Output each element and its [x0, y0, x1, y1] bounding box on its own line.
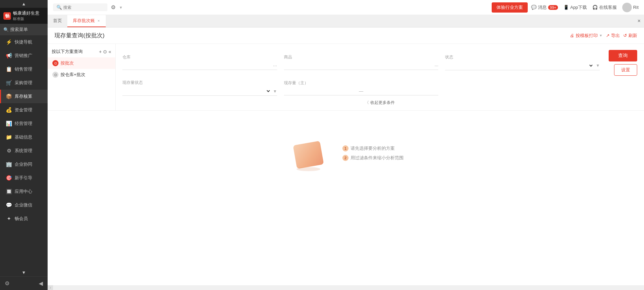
sidebar-item-purchase[interactable]: 🛒 采购管理: [0, 76, 48, 90]
warehouse-input[interactable]: [122, 63, 271, 68]
scheme-icon-red: ⊙: [52, 60, 58, 66]
scheme-panel-actions: + ⊙ «: [99, 49, 111, 54]
add-scheme-icon[interactable]: +: [99, 49, 102, 54]
app-subtitle: 标准版: [13, 16, 39, 21]
sidebar: ▲ 畅 畅康通好生意 标准版 🔍 搜索菜单 ⚡ 快捷导航 📢 营销推广 📋 销售…: [0, 0, 48, 290]
dropdown-arrow-icon: ▼: [119, 5, 123, 10]
purchase-icon: 🛒: [6, 80, 12, 86]
status-arrow-icon: ▼: [596, 63, 600, 68]
scheme-collapse-icon[interactable]: «: [108, 49, 111, 54]
basic-icon: 📁: [6, 134, 12, 140]
inventory-qty-to-input[interactable]: [366, 89, 439, 94]
warehouse-dots-btn[interactable]: ···: [273, 63, 277, 68]
experience-btn[interactable]: 体验行业方案: [492, 2, 528, 13]
collapse-sidebar-icon[interactable]: ◀: [39, 280, 43, 287]
settings-icon[interactable]: ⚙: [5, 280, 10, 287]
product-input-wrap: ···: [284, 61, 439, 70]
guide-icon: 🎯: [6, 175, 12, 181]
collapse-icon: 《: [365, 100, 369, 106]
scheme-item-by-batch[interactable]: ⊙ 按批次: [48, 57, 115, 69]
avatar: [622, 3, 632, 12]
app-download-label: App下载: [570, 4, 587, 11]
export-label: 导出: [611, 33, 620, 39]
collapse-conditions-btn[interactable]: 《 收起更多条件: [365, 100, 395, 106]
template-print-btn[interactable]: 🖨 按模板打印 ▼: [570, 33, 603, 39]
query-btn[interactable]: 查询: [609, 50, 637, 61]
tab-inventory-batch-label: 库存批次账: [73, 18, 95, 24]
inventory-status-select[interactable]: [122, 88, 271, 94]
tab-home[interactable]: 首页: [48, 15, 67, 27]
hint-text-2: 用过滤条件来缩小分析范围: [351, 155, 404, 161]
scheme-item-by-warehouse-batch[interactable]: ⊙ 按仓库+批次: [48, 69, 115, 80]
customer-service-btn[interactable]: 🎧 在线客服: [592, 4, 617, 11]
product-dots-btn[interactable]: ···: [435, 63, 439, 68]
finance-icon: 💰: [6, 107, 12, 113]
inventory-qty-from-input[interactable]: [284, 89, 357, 94]
empty-hint-2: 2 用过滤条件来缩小分析范围: [342, 155, 404, 161]
scheme-settings-icon[interactable]: ⊙: [103, 49, 107, 54]
empty-state: 1 请先选择要分析的方案 2 用过滤条件来缩小分析范围: [48, 111, 644, 199]
empty-box-shadow: [296, 167, 320, 171]
sidebar-search-label: 搜索菜单: [10, 26, 28, 33]
message-icon: 💬: [531, 5, 537, 10]
sidebar-item-label: 应用中心: [15, 188, 32, 195]
sidebar-item-marketing[interactable]: 📢 营销推广: [0, 49, 48, 62]
sidebar-item-operation[interactable]: 📊 经营管理: [0, 117, 48, 130]
phone-icon: 📱: [563, 5, 569, 10]
gear-icon[interactable]: ⚙: [111, 4, 116, 11]
message-btn[interactable]: 💬 消息 99+: [531, 4, 558, 11]
refresh-btn[interactable]: ↺ 刷新: [623, 33, 637, 39]
printer-icon: 🖨: [570, 33, 574, 38]
sidebar-scroll-up[interactable]: ▲: [0, 0, 48, 8]
topbar-search-input[interactable]: [63, 5, 97, 10]
system-icon: ⚙: [6, 148, 12, 154]
scheme-panel-title: 按以下方案查询: [52, 49, 83, 55]
sidebar-item-enterprise[interactable]: 🏢 企业协同: [0, 158, 48, 171]
product-label: 商品: [284, 54, 439, 60]
tab-inventory-batch[interactable]: 库存批次账 ×: [67, 15, 106, 27]
sidebar-item-app-center[interactable]: 🔲 应用中心: [0, 185, 48, 198]
filter-btn-col: 查询 设置: [607, 49, 637, 76]
product-input[interactable]: [284, 63, 433, 68]
range-separator: —: [359, 89, 363, 94]
sidebar-item-guide[interactable]: 🎯 新手引导: [0, 171, 48, 185]
sidebar-scroll-down[interactable]: ▼: [0, 269, 48, 276]
sidebar-item-quick-nav[interactable]: ⚡ 快捷导航: [0, 35, 48, 49]
export-btn[interactable]: ↗ 导出: [606, 33, 620, 39]
empty-hint-list: 1 请先选择要分析的方案 2 用过滤条件来缩小分析范围: [342, 145, 404, 164]
hint-num-1: 1: [342, 145, 349, 151]
tabbar: 首页 库存批次账 × ×: [48, 15, 644, 28]
wechat-icon: 💬: [6, 202, 12, 208]
sidebar-item-label: 营销推广: [15, 53, 32, 59]
filter-group-status: 状态 ▼: [445, 54, 600, 70]
filter-group-inventory-status: 现存量状态 ▼: [122, 80, 277, 96]
sidebar-item-label: 采购管理: [15, 80, 32, 86]
sidebar-item-basic[interactable]: 📁 基础信息: [0, 130, 48, 144]
sidebar-item-wechat[interactable]: 💬 企业微信: [0, 198, 48, 212]
chevron-down-icon: ▼: [22, 270, 26, 275]
sidebar-item-label: 企业协同: [15, 161, 32, 167]
status-select-wrap: ▼: [445, 61, 600, 70]
user-avatar-area[interactable]: Rit: [622, 3, 639, 12]
sidebar-item-member[interactable]: ✦ 畅会员: [0, 212, 48, 225]
topbar-search-area[interactable]: 🔍: [53, 3, 107, 11]
filter-bottom-row: 《 收起更多条件: [122, 100, 637, 106]
filter-group-warehouse: 仓库 ···: [122, 54, 277, 70]
right-panel-toggle[interactable]: ›: [48, 285, 53, 290]
app-download-btn[interactable]: 📱 App下载: [563, 4, 587, 11]
hint-text-1: 请先选择要分析的方案: [351, 145, 395, 151]
sidebar-item-sales[interactable]: 📋 销售管理: [0, 62, 48, 76]
status-select[interactable]: [445, 63, 594, 69]
sidebar-item-finance[interactable]: 💰 资金管理: [0, 103, 48, 117]
sidebar-item-system[interactable]: ⚙ 系统管理: [0, 144, 48, 158]
message-badge: 99+: [548, 5, 558, 10]
hint-num-2: 2: [342, 155, 349, 161]
collapse-label: 收起更多条件: [370, 100, 395, 106]
panel-close-btn[interactable]: ×: [634, 16, 644, 26]
sidebar-search[interactable]: 🔍 搜索菜单: [0, 24, 48, 35]
sidebar-footer: ⚙ ◀: [0, 276, 48, 290]
inventory-status-label: 现存量状态: [122, 80, 277, 86]
settings-btn[interactable]: 设置: [614, 64, 637, 76]
tab-close-icon[interactable]: ×: [97, 18, 100, 23]
sidebar-item-inventory[interactable]: 📦 库存核算: [0, 90, 48, 103]
